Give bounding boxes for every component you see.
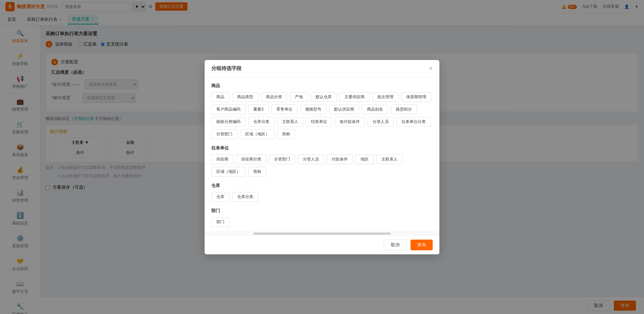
field-tag-warehouse[interactable]: 仓库 xyxy=(211,192,229,202)
modal-horizontal-scrollbar[interactable] xyxy=(205,232,439,235)
modal-title: 分组待选字段 xyxy=(211,65,241,72)
field-group-counterpart-title: 往来单位 xyxy=(211,145,433,151)
field-group-counterpart: 往来单位 供应商 供应商分类 分管部门 分管人员 付款条件 地区 主联系人 区域… xyxy=(211,145,433,177)
field-tag-batch-mgmt[interactable]: 批次管理 xyxy=(372,92,398,102)
field-tag-sup-contact[interactable]: 主联系人 xyxy=(376,154,402,164)
field-tag-supplier[interactable]: 供应商 xyxy=(211,154,233,164)
scrollbar-thumb[interactable] xyxy=(253,233,391,235)
field-tag-department[interactable]: 部门 xyxy=(211,217,229,227)
field-tags-warehouse: 仓库 仓库分类 xyxy=(211,192,433,202)
field-tag-sup-dept[interactable]: 分管部门 xyxy=(269,154,295,164)
field-tag-area[interactable]: 地区 xyxy=(356,154,374,164)
field-group-goods-title: 商品 xyxy=(211,83,433,89)
field-group-department: 部门 部门 xyxy=(211,208,433,227)
field-tag-default-supplier[interactable]: 默认供应商 xyxy=(329,105,359,114)
field-tag-goods-category[interactable]: 商品分类 xyxy=(261,92,287,102)
field-tag-goods-type[interactable]: 商品类型 xyxy=(232,92,258,102)
modal-body: 商品 商品 商品类型 商品分类 产地 默认仓库 主要供应商 批次管理 保质期管理… xyxy=(205,77,439,232)
modal-cancel-button[interactable]: 取消 xyxy=(384,240,407,250)
modal-footer: 取消 查询 xyxy=(205,235,439,254)
field-tag-short-name[interactable]: 简称 xyxy=(277,129,295,139)
field-tag-sup-supervisor[interactable]: 分管人员 xyxy=(298,154,324,164)
field-tag-warehouse-category[interactable]: 仓库分类 xyxy=(248,117,274,127)
field-tags-counterpart: 供应商 供应商分类 分管部门 分管人员 付款条件 地区 主联系人 区域（地区） … xyxy=(211,154,433,177)
modal-close-button[interactable]: × xyxy=(429,65,433,71)
field-tag-payment-condition[interactable]: 付款条件 xyxy=(327,154,353,164)
field-group-goods: 商品 商品 商品类型 商品分类 产地 默认仓库 主要供应商 批次管理 保质期管理… xyxy=(211,83,433,139)
field-tag-spec-model[interactable]: 规格型号 xyxy=(300,105,326,114)
field-group-warehouse: 仓库 仓库 仓库分类 xyxy=(211,183,433,202)
modal-overlay: 分组待选字段 × 商品 商品 商品类型 商品分类 产地 默认仓库 主要供应商 批… xyxy=(0,0,644,314)
modal-header: 分组待选字段 × xyxy=(205,60,439,77)
field-tag-weight3[interactable]: 重量3 xyxy=(248,105,269,114)
field-tag-customer-code[interactable]: 客户商品编码 xyxy=(211,105,246,114)
modal-confirm-button[interactable]: 查询 xyxy=(411,240,433,250)
field-tag-goods[interactable]: 商品 xyxy=(211,92,229,102)
field-tag-counterpart-category[interactable]: 往来单位分类 xyxy=(396,117,431,127)
field-tag-region[interactable]: 区域（地区） xyxy=(240,129,274,139)
field-group-department-title: 部门 xyxy=(211,208,433,214)
modal-dialog: 分组待选字段 × 商品 商品 商品类型 商品分类 产地 默认仓库 主要供应商 批… xyxy=(205,60,439,254)
field-tag-supervisor[interactable]: 分管人员 xyxy=(368,117,394,127)
field-tag-supplier-category[interactable]: 供应商分类 xyxy=(236,154,266,164)
field-tag-tax-code[interactable]: 税收分类编码 xyxy=(211,117,246,127)
field-tag-shelf-life[interactable]: 保质期管理 xyxy=(401,92,431,102)
field-tag-retail-unit[interactable]: 零售单位 xyxy=(271,105,298,114)
field-tag-main-contact[interactable]: 主联系人 xyxy=(277,117,303,127)
field-tags-department: 部门 xyxy=(211,217,433,227)
field-tag-pick-points[interactable]: 拣货积分 xyxy=(391,105,417,114)
field-tag-dept[interactable]: 分管部门 xyxy=(211,129,237,139)
field-tag-goods-alias[interactable]: 商品别名 xyxy=(362,105,388,114)
field-tag-settlement-unit[interactable]: 结算单位 xyxy=(306,117,332,127)
field-tag-sup-short[interactable]: 简称 xyxy=(248,167,266,177)
field-tags-goods: 商品 商品类型 商品分类 产地 默认仓库 主要供应商 批次管理 保质期管理 客户… xyxy=(211,92,433,139)
field-tag-payment-terms[interactable]: 收付款条件 xyxy=(335,117,365,127)
field-tag-wh-category[interactable]: 仓库分类 xyxy=(232,192,258,202)
field-tag-origin[interactable]: 产地 xyxy=(290,92,308,102)
field-tag-sup-region[interactable]: 区域（地区） xyxy=(211,167,246,177)
field-group-warehouse-title: 仓库 xyxy=(211,183,433,189)
field-tag-main-supplier[interactable]: 主要供应商 xyxy=(339,92,370,102)
field-tag-default-warehouse[interactable]: 默认仓库 xyxy=(311,92,337,102)
